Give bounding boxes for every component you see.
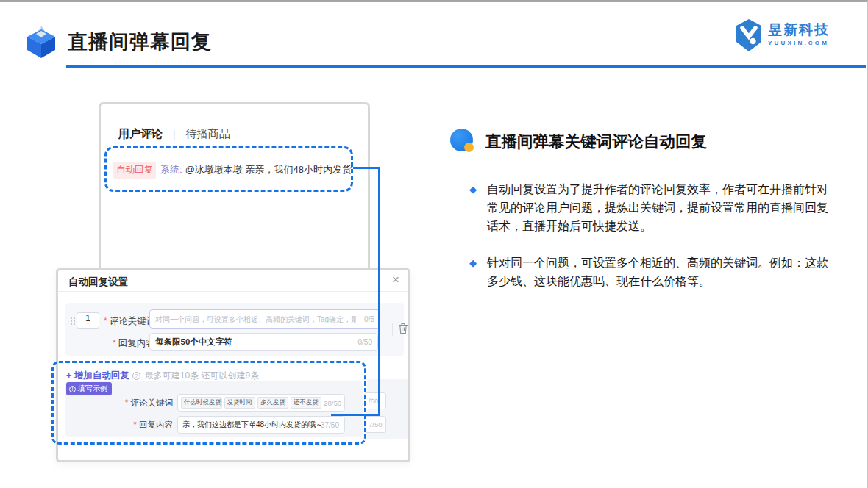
reply-content-input[interactable]: 0/50: [149, 333, 378, 351]
drag-handle-icon[interactable]: [71, 317, 75, 325]
tab-divider: |: [173, 129, 176, 140]
clipped-counter: /50: [364, 392, 386, 409]
reply-counter: 0/50: [358, 338, 372, 346]
bullet-text: 自动回复设置为了提升作者的评论回复效率，作者可在开播前针对常见的评论用户问题，提…: [487, 180, 839, 235]
bullet-diamond-icon: ◆: [469, 254, 477, 290]
keyword-input[interactable]: 0/5: [149, 309, 380, 329]
bullet-text: 针对同一个问题，可设置多个相近的、高频的关键词。例如：这款多少钱、这块能优惠吗、…: [487, 254, 839, 290]
delete-rule-button[interactable]: [398, 323, 410, 336]
auto-reply-badge: 自动回复: [113, 162, 156, 179]
modal-header-divider: [58, 291, 408, 292]
reply-rule-row: 1 *评论关键词 0/5 *回复内容 0/50: [65, 303, 404, 356]
keyword-input-field[interactable]: [150, 310, 380, 328]
connector-line: [378, 167, 380, 416]
bullet-diamond-icon: ◆: [469, 180, 477, 235]
company-domain: YUUXIN.COM: [768, 40, 830, 46]
tab-bar: 用户评论 | 待播商品: [118, 127, 230, 141]
info-bullet: ◆ 针对同一个问题，可设置多个相近的、高频的关键词。例如：这款多少钱、这块能优惠…: [469, 254, 846, 290]
rule-index-input[interactable]: 1: [77, 312, 99, 329]
info-heading: 直播间弹幕关键词评论自动回复: [485, 131, 707, 152]
title-underline-divider: [66, 65, 866, 68]
chat-bubble-icon: [450, 129, 475, 154]
close-icon[interactable]: ×: [392, 273, 399, 287]
field-divider: [392, 323, 393, 336]
message-sender: 系统:: [160, 164, 182, 175]
info-bullet: ◆ 自动回复设置为了提升作者的评论回复效率，作者可在开播前针对常见的评论用户问题…: [469, 180, 846, 235]
modal-title: 自动回复设置: [68, 276, 128, 289]
required-star: *: [104, 316, 107, 326]
app-logo-icon: [25, 25, 57, 59]
keyword-counter: 0/5: [364, 315, 374, 323]
keyword-field-label: *评论关键词: [104, 315, 155, 328]
tab-user-comments[interactable]: 用户评论: [118, 127, 163, 141]
required-star: *: [113, 338, 116, 348]
reply-content-field[interactable]: [150, 334, 377, 350]
company-logo-icon: [734, 18, 764, 52]
connector-line: [331, 414, 380, 416]
tab-upcoming-products[interactable]: 待播商品: [186, 127, 230, 141]
page-title: 直播间弹幕回复: [68, 29, 212, 55]
company-name: 昱新科技: [768, 23, 830, 37]
connector-line: [353, 167, 380, 169]
message-text: @冰墩墩本墩 亲亲，我们48小时内发货: [185, 164, 352, 175]
clipped-counter: 7/50: [364, 416, 386, 433]
auto-reply-message: 自动回复系统:@冰墩墩本墩 亲亲，我们48小时内发货: [113, 162, 350, 179]
highlight-box-example: [51, 361, 366, 445]
trash-icon: [398, 323, 408, 334]
page: 直播间弹幕回复 昱新科技 YUUXIN.COM 用户评论 | 待播商品 自动回复…: [0, 0, 868, 488]
company-logo: 昱新科技 YUUXIN.COM: [734, 18, 830, 52]
